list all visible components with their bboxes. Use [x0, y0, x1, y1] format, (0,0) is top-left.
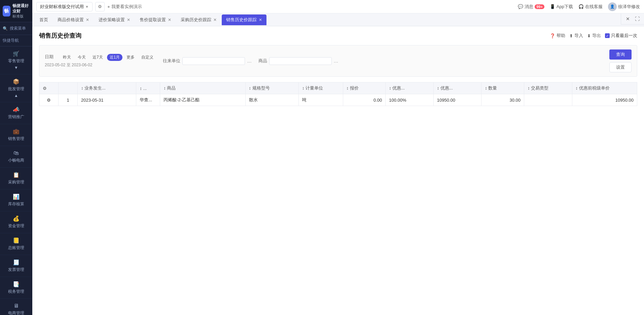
- sidebar-item-finance[interactable]: 💰 资金管理: [0, 211, 32, 233]
- row-pretax: 10950.00: [572, 94, 637, 106]
- module-select[interactable]: 好业财标准版交付试用 ▼: [36, 2, 93, 11]
- sidebar-item-ledger-label: 总账管理: [8, 245, 24, 251]
- retail-icon: 🛒: [13, 50, 20, 57]
- date-option-more[interactable]: 更多: [124, 54, 137, 61]
- row-trade: [524, 94, 572, 106]
- col-header-unit[interactable]: ↕ 计量单位: [298, 82, 343, 94]
- tab-home-label: 首页: [39, 17, 48, 23]
- demo-icon: ●: [107, 4, 110, 9]
- col-header-gear: ⚙: [39, 82, 59, 94]
- table-gear-icon[interactable]: ⚙: [43, 86, 47, 91]
- query-btn[interactable]: 查询: [609, 49, 632, 60]
- help-label: 帮助: [557, 33, 565, 39]
- tab-sales-history[interactable]: 销售历史价跟踪 ✕: [222, 14, 266, 25]
- close-btn[interactable]: ✕: [624, 15, 632, 23]
- col-header-extra[interactable]: ↕ ...: [136, 82, 160, 94]
- tab-sales-history-close[interactable]: ✕: [259, 18, 262, 22]
- tab-sale-extract-close[interactable]: ✕: [168, 18, 171, 22]
- import-icon: ⬆: [569, 33, 573, 38]
- only-last-checkbox[interactable]: ✓ 只看最后一次: [605, 33, 637, 39]
- date-label: 日期: [45, 54, 53, 60]
- col-header-qty[interactable]: ↕ 数量: [481, 82, 524, 94]
- date-option-yesterday[interactable]: 昨天: [60, 54, 74, 61]
- sidebar-logo: 畅 畅捷通好业财 标准版: [0, 0, 32, 22]
- page-title: 销售历史价查询: [39, 32, 81, 40]
- checkbox-icon: ✓: [605, 33, 610, 38]
- demo-label: 我要看实例演示: [111, 4, 142, 10]
- online-service-btn[interactable]: 🎧 在线客服: [578, 4, 603, 10]
- tab-home[interactable]: 首页: [35, 14, 52, 25]
- row-gear[interactable]: ⚙: [39, 94, 59, 106]
- col-header-price[interactable]: ↕ 报价: [343, 82, 386, 94]
- app-download-btn[interactable]: 📱 App下载: [550, 4, 573, 10]
- sidebar-item-inventory[interactable]: 📊 库存核算: [0, 189, 32, 211]
- tab-product-price-close[interactable]: ✕: [86, 18, 89, 22]
- source-filter-group: 往来单位 ...: [163, 57, 251, 65]
- tab-purchase-strategy-close[interactable]: ✕: [127, 18, 130, 22]
- sidebar-item-tax[interactable]: 📑 税务管理: [0, 277, 32, 299]
- filter-bar: 日期 昨天 今天 近7天 近1月 更多 自定义 2023-05-02 至 202…: [39, 45, 637, 77]
- tab-product-price-label: 商品价格设置: [58, 17, 84, 23]
- export-icon: ⬇: [587, 33, 591, 38]
- date-option-custom[interactable]: 自定义: [139, 54, 156, 61]
- product-dots-btn[interactable]: ...: [334, 58, 338, 64]
- col-header-trade[interactable]: ↕ 交易类型: [524, 82, 572, 94]
- sidebar-item-ecommerce[interactable]: 🖥 电商管理: [0, 299, 32, 315]
- date-option-last7[interactable]: 近7天: [90, 54, 106, 61]
- row-date: 2023-05-31: [78, 94, 136, 106]
- sidebar-item-retail[interactable]: 🛒 零售管理 ▼: [0, 46, 32, 74]
- row-unit: 吨: [298, 94, 343, 106]
- user-profile-btn[interactable]: 👤 徐泽华修改: [608, 2, 640, 11]
- messages-btn[interactable]: 💬 消息 99+: [518, 4, 544, 10]
- sidebar-item-marketing[interactable]: 📣 营销推广: [0, 102, 32, 124]
- help-btn[interactable]: ❓ 帮助: [550, 33, 565, 39]
- sidebar-item-sales[interactable]: 💼 销售管理: [0, 124, 32, 146]
- online-service-label: 在线客服: [585, 4, 603, 10]
- col-header-pretax[interactable]: ↕ 优惠前税级单价: [572, 82, 637, 94]
- sidebar-item-purchase[interactable]: 📋 采购管理: [0, 168, 32, 189]
- source-dots-btn[interactable]: ...: [247, 58, 251, 64]
- product-input[interactable]: [269, 57, 332, 65]
- demo-link[interactable]: ● 我要看实例演示: [107, 4, 142, 10]
- col-header-spec[interactable]: ↕ 规格型号: [245, 82, 298, 94]
- filter-buttons: 查询 设置: [609, 49, 632, 72]
- col-header-product[interactable]: ↕ 商品: [160, 82, 245, 94]
- tab-product-price[interactable]: 商品价格设置 ✕: [53, 14, 94, 25]
- topbar-settings-btn[interactable]: ⚙: [95, 2, 105, 11]
- sidebar-item-small-ecommerce[interactable]: 🛍 小畅电商: [0, 146, 32, 168]
- sidebar-item-wholesale[interactable]: 📦 批发管理 ▲: [0, 74, 32, 102]
- table-row: ⚙ 1 2023-05-31 华查... 丙烯酸-2-乙基己酯 散水 吨 0.0…: [39, 94, 637, 106]
- col-header-discount2[interactable]: ↕ 优惠...: [433, 82, 481, 94]
- date-options: 昨天 今天 近7天 近1月 更多 自定义: [60, 54, 156, 61]
- col-header-discount1[interactable]: ↕ 优惠...: [386, 82, 434, 94]
- tab-sale-extract[interactable]: 售价提取设置 ✕: [135, 14, 176, 25]
- date-option-last1m[interactable]: 近1月: [107, 54, 123, 61]
- tax-icon: 📑: [13, 281, 20, 287]
- tab-purchase-history-close[interactable]: ✕: [213, 18, 217, 22]
- tab-purchase-history[interactable]: 采购历史价跟踪 ✕: [176, 14, 221, 25]
- inventory-icon: 📊: [13, 194, 20, 200]
- source-input[interactable]: [182, 57, 245, 65]
- help-icon: ❓: [550, 33, 555, 38]
- maximize-btn[interactable]: ⛶: [633, 15, 641, 23]
- app-title: 畅捷通好业财: [12, 3, 30, 14]
- import-btn[interactable]: ⬆ 导入: [569, 33, 583, 39]
- search-menu[interactable]: 🔍 搜索菜单: [0, 22, 32, 35]
- headset-icon: 🎧: [578, 4, 584, 9]
- col-header-num: [59, 82, 78, 94]
- purchase-icon: 📋: [13, 172, 20, 178]
- sidebar-item-wholesale-label: 批发管理: [8, 86, 24, 92]
- export-btn[interactable]: ⬇ 导出: [587, 33, 601, 39]
- col-header-date[interactable]: ↕ 业务发生...: [78, 82, 136, 94]
- tab-purchase-strategy[interactable]: 进价策略设置 ✕: [94, 14, 135, 25]
- filter-date-section: 日期 昨天 今天 近7天 近1月 更多 自定义 2023-05-02 至 202…: [45, 54, 156, 68]
- quick-nav[interactable]: 快捷导航: [0, 35, 32, 46]
- finance-icon: 💰: [13, 215, 20, 222]
- filter-settings-btn[interactable]: 设置: [609, 62, 632, 72]
- chevron-down-icon: ▼: [85, 5, 89, 9]
- sidebar-item-invoice[interactable]: 🧾 发票管理: [0, 255, 32, 277]
- sidebar-item-purchase-label: 采购管理: [8, 179, 24, 185]
- sidebar-item-ledger[interactable]: 📒 总账管理: [0, 233, 32, 255]
- date-option-today[interactable]: 今天: [75, 54, 88, 61]
- tabbar-wrapper: 首页 商品价格设置 ✕ 进价策略设置 ✕ 售价提取设置 ✕ 采购历史价跟踪 ✕ …: [32, 13, 644, 26]
